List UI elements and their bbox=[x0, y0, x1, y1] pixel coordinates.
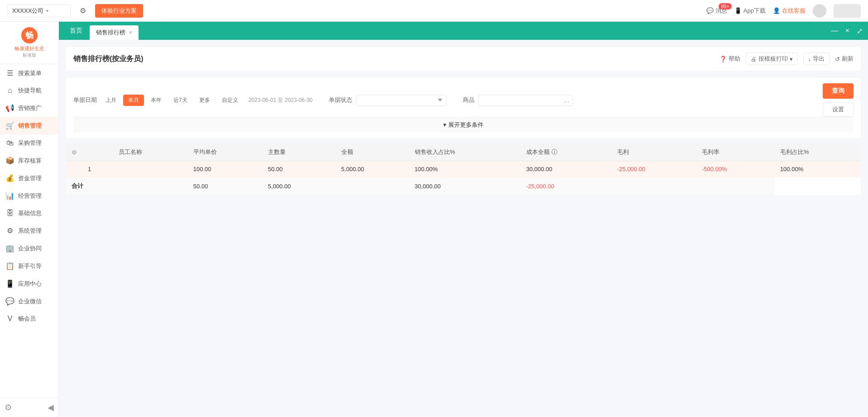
table-header-sales_pct: 销售收入占比% bbox=[409, 144, 521, 161]
tab-close-all-icon[interactable]: × bbox=[844, 25, 851, 37]
sidebar-icon-basic: 🗄 bbox=[5, 209, 14, 217]
online-service-button[interactable]: 👤 在线客服 bbox=[773, 7, 806, 15]
sidebar-item-sales[interactable]: 🛒销售管理 bbox=[0, 117, 58, 134]
sidebar-icon-marketing: 📢 bbox=[5, 104, 14, 112]
table-header-avg_price: 平均单价 bbox=[188, 144, 263, 161]
expand-icon: ▾ bbox=[443, 121, 446, 128]
service-icon: 👤 bbox=[773, 7, 780, 14]
sidebar-item-purchase[interactable]: 🛍采购管理 bbox=[0, 134, 58, 152]
chevron-down-icon: ▾ bbox=[46, 8, 48, 13]
date-tab-本年[interactable]: 本年 bbox=[146, 95, 167, 106]
table-header-gross_pct: 毛利占比% bbox=[775, 144, 861, 161]
app-download-button[interactable]: 📱 App下载 bbox=[734, 7, 766, 15]
table-row: 1100.0050.005,000.00100.00%30,000.00-25,… bbox=[66, 161, 861, 177]
trial-button[interactable]: 体验行业方案 bbox=[95, 4, 143, 18]
help-button[interactable]: ❓ 帮助 bbox=[719, 55, 740, 63]
sidebar-icon-enterprise: 🏢 bbox=[5, 244, 14, 253]
footer-cost: 30,000.00 bbox=[409, 177, 521, 195]
cell-gross_pct: 100.00% bbox=[775, 161, 861, 177]
app-logo: 畅 畅康通好生意 标准版 bbox=[0, 22, 58, 64]
sidebar-item-wechat[interactable]: 💬企业微信 bbox=[0, 292, 58, 310]
sidebar-icon-purchase: 🛍 bbox=[5, 139, 14, 147]
sidebar-item-marketing[interactable]: 📢营销推广 bbox=[0, 99, 58, 117]
date-tab-自定义[interactable]: 自定义 bbox=[217, 95, 243, 106]
print-button[interactable]: 🖨 按模板打印 ▾ bbox=[746, 53, 798, 65]
sidebar-icon-apps: 📱 bbox=[5, 279, 14, 288]
date-tab-近7天[interactable]: 近7天 bbox=[168, 95, 192, 106]
cell-gross: -25,000.00 bbox=[612, 161, 696, 177]
cell-avg_price: 100.00 bbox=[188, 161, 263, 177]
app-download-label: App下载 bbox=[743, 7, 766, 15]
column-setting-button[interactable]: 设置 bbox=[823, 102, 854, 117]
export-button[interactable]: ↓ 导出 bbox=[803, 53, 830, 65]
company-selector[interactable]: XXXXX公司 ▾ bbox=[7, 5, 71, 17]
sidebar-collapse-icon[interactable]: ◀ bbox=[48, 403, 54, 412]
help-icon: ❓ bbox=[719, 56, 727, 62]
table-settings-icon[interactable]: ⚙ bbox=[72, 149, 77, 156]
print-icon: 🖨 bbox=[751, 56, 757, 62]
refresh-button[interactable]: ↺ 刷新 bbox=[835, 55, 854, 63]
sidebar-label-purchase: 采购管理 bbox=[18, 139, 42, 147]
table-header-qty: 主数量 bbox=[263, 144, 336, 161]
status-select[interactable] bbox=[356, 95, 446, 106]
status-filter: 单据状态 bbox=[329, 95, 446, 106]
sidebar-item-finance[interactable]: 💰资金管理 bbox=[0, 169, 58, 187]
print-chevron-icon: ▾ bbox=[790, 56, 793, 62]
sidebar-icon-system: ⚙ bbox=[5, 226, 14, 235]
settings-icon[interactable]: ⚙ bbox=[76, 4, 90, 18]
page-title: 销售排行榜(按业务员) bbox=[73, 54, 144, 64]
sidebar-icon-sales: 🛒 bbox=[5, 121, 14, 130]
avatar[interactable] bbox=[813, 4, 826, 18]
sidebar-icon-quicknav: ⌂ bbox=[5, 86, 14, 95]
date-tab-更多[interactable]: 更多 bbox=[194, 95, 215, 106]
sidebar-item-newbie[interactable]: 📋新手引导 bbox=[0, 257, 58, 275]
tab-minimize-icon[interactable]: — bbox=[829, 25, 840, 37]
sidebar-settings-icon[interactable]: ⚙ bbox=[5, 403, 12, 412]
goods-ellipsis-button[interactable]: … bbox=[561, 96, 572, 105]
sidebar-item-enterprise[interactable]: 🏢企业协同 bbox=[0, 240, 58, 257]
goods-filter: 商品 … bbox=[463, 95, 573, 106]
tab-close-icon[interactable]: × bbox=[129, 29, 132, 36]
expand-more-conditions[interactable]: ▾ 展开更多条件 bbox=[73, 117, 854, 133]
sidebar-item-basic[interactable]: 🗄基础信息 bbox=[0, 205, 58, 222]
table-header-name: 员工名称 bbox=[113, 144, 188, 161]
phone-icon: 📱 bbox=[734, 7, 742, 14]
cell-cost: 30,000.00 bbox=[521, 161, 612, 177]
sidebar-item-quicknav[interactable]: ⌂快捷导航 bbox=[0, 82, 58, 99]
sidebar-item-apps[interactable]: 📱应用中心 bbox=[0, 275, 58, 292]
date-tab-本月[interactable]: 本月 bbox=[123, 95, 144, 106]
date-tab-上月[interactable]: 上月 bbox=[101, 95, 121, 106]
refresh-icon: ↺ bbox=[835, 56, 840, 62]
cell-amount: 5,000.00 bbox=[336, 161, 409, 177]
sidebar-item-member[interactable]: V畅会员 bbox=[0, 310, 58, 327]
sidebar-item-system[interactable]: ⚙系统管理 bbox=[0, 222, 58, 240]
messages-badge: 99+ bbox=[719, 3, 732, 10]
table-body: 1100.0050.005,000.00100.00%30,000.00-25,… bbox=[66, 161, 861, 177]
tab-label: 销售排行榜 bbox=[96, 29, 125, 37]
sidebar-item-operations[interactable]: 📊经营管理 bbox=[0, 187, 58, 205]
goods-input[interactable] bbox=[478, 95, 573, 106]
online-service-label: 在线客服 bbox=[782, 7, 806, 15]
logo-text: 畅康通好生意 bbox=[14, 45, 44, 52]
sales-ranking-table: ⚙员工名称平均单价主数量全额销售收入占比%成本全额 ⓘ毛利毛利率毛利占比% 11… bbox=[66, 144, 861, 195]
goods-label: 商品 bbox=[463, 96, 475, 104]
sidebar-item-inventory[interactable]: 📦库存核算 bbox=[0, 152, 58, 169]
messages-button[interactable]: 💬 消息 99+ bbox=[706, 7, 727, 15]
sidebar-label-basic: 基础信息 bbox=[18, 209, 42, 217]
tab-sales-ranking[interactable]: 销售排行榜 × bbox=[90, 25, 139, 40]
data-table-container: ⚙员工名称平均单价主数量全额销售收入占比%成本全额 ⓘ毛利毛利率毛利占比% 11… bbox=[66, 144, 861, 195]
sidebar-icon-newbie: 📋 bbox=[5, 262, 14, 270]
tab-maximize-icon[interactable]: ⤢ bbox=[855, 25, 864, 37]
tab-home[interactable]: 首页 bbox=[62, 22, 90, 40]
sidebar-item-search[interactable]: ☰搜索菜单 bbox=[0, 64, 58, 82]
sidebar-icon-wechat: 💬 bbox=[5, 297, 14, 306]
cell-sales_pct: 100.00% bbox=[409, 161, 521, 177]
message-icon: 💬 bbox=[706, 7, 714, 14]
sidebar-label-sales: 销售管理 bbox=[18, 122, 42, 130]
sidebar-icon-inventory: 📦 bbox=[5, 156, 14, 165]
table-header-gross_rate: 毛利率 bbox=[696, 144, 775, 161]
table-header-gross: 毛利 bbox=[612, 144, 696, 161]
query-button[interactable]: 查询 bbox=[823, 83, 854, 99]
table-settings-header: ⚙ bbox=[66, 144, 82, 161]
company-name: XXXXX公司 bbox=[12, 7, 43, 15]
